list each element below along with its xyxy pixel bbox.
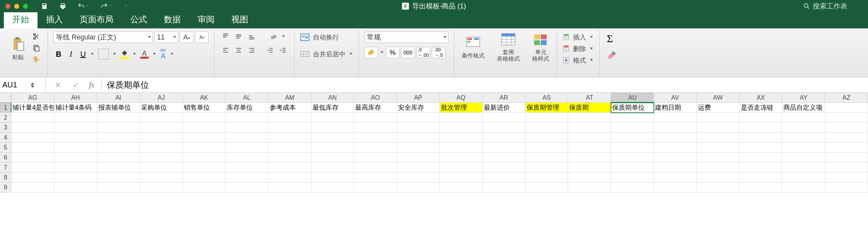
- cell[interactable]: [354, 123, 397, 133]
- cell[interactable]: 销售单位: [183, 103, 226, 113]
- cell[interactable]: [782, 143, 825, 153]
- column-header[interactable]: AU: [611, 93, 654, 103]
- cell[interactable]: [825, 173, 868, 183]
- cell[interactable]: [740, 133, 783, 143]
- cell[interactable]: 采购单位: [140, 103, 183, 113]
- cell[interactable]: [740, 153, 783, 163]
- cell[interactable]: [568, 153, 611, 163]
- cell[interactable]: [654, 163, 697, 173]
- cell[interactable]: [311, 163, 354, 173]
- cell[interactable]: 辅计量4条码: [54, 103, 97, 113]
- cell[interactable]: [397, 123, 440, 133]
- cell[interactable]: [654, 113, 697, 123]
- cell[interactable]: [397, 113, 440, 123]
- cell[interactable]: [54, 143, 97, 153]
- cell[interactable]: [568, 143, 611, 153]
- tab-insert[interactable]: 插入: [38, 12, 71, 28]
- cell[interactable]: [697, 153, 740, 163]
- cell[interactable]: 最低库存: [311, 103, 354, 113]
- cell[interactable]: [269, 113, 311, 123]
- wrap-text-button[interactable]: ab 自动换行: [300, 31, 353, 43]
- cell[interactable]: [311, 133, 354, 143]
- cell[interactable]: 商品自定义项: [782, 103, 825, 113]
- cell[interactable]: [440, 153, 483, 163]
- column-header[interactable]: AT: [568, 93, 611, 103]
- column-header[interactable]: AL: [226, 93, 269, 103]
- cell[interactable]: [697, 113, 740, 123]
- cell[interactable]: [397, 153, 440, 163]
- cut-icon[interactable]: [31, 31, 42, 41]
- cell[interactable]: [354, 153, 397, 163]
- align-middle-icon[interactable]: [233, 31, 244, 41]
- cell[interactable]: [97, 183, 140, 193]
- cell[interactable]: [183, 133, 226, 143]
- tab-data[interactable]: 数据: [156, 12, 189, 28]
- search-input[interactable]: [813, 2, 863, 10]
- cell[interactable]: [54, 183, 97, 193]
- column-header[interactable]: AP: [397, 93, 440, 103]
- row-header[interactable]: 5: [0, 143, 11, 153]
- cell[interactable]: [354, 113, 397, 123]
- cell[interactable]: [397, 163, 440, 173]
- cell[interactable]: [440, 183, 483, 193]
- cell-reference-input[interactable]: [2, 81, 29, 89]
- cell[interactable]: [354, 143, 397, 153]
- cell[interactable]: [825, 133, 868, 143]
- cell[interactable]: [311, 113, 354, 123]
- cell[interactable]: [568, 183, 611, 193]
- cell[interactable]: [311, 153, 354, 163]
- cell[interactable]: [568, 163, 611, 173]
- cell-styles-button[interactable]: 单元 格样式: [530, 31, 551, 63]
- cell[interactable]: [611, 133, 654, 143]
- cell[interactable]: [740, 113, 783, 123]
- cell[interactable]: [269, 143, 311, 153]
- increase-font-icon[interactable]: A▴: [180, 31, 193, 43]
- search-box[interactable]: [803, 2, 863, 10]
- cell[interactable]: [526, 183, 568, 193]
- column-header[interactable]: AY: [782, 93, 825, 103]
- cell[interactable]: [697, 123, 740, 133]
- cell[interactable]: [226, 133, 269, 143]
- cell[interactable]: [140, 163, 183, 173]
- cell[interactable]: [11, 113, 54, 123]
- cell[interactable]: [226, 123, 269, 133]
- cell[interactable]: [825, 113, 868, 123]
- cell[interactable]: [825, 143, 868, 153]
- cell[interactable]: [354, 133, 397, 143]
- save-icon[interactable]: [39, 1, 50, 11]
- cell[interactable]: [140, 173, 183, 183]
- cell[interactable]: [11, 173, 54, 183]
- phonetic-button[interactable]: abcA: [158, 47, 168, 61]
- tab-formula[interactable]: 公式: [122, 12, 156, 28]
- row-header[interactable]: 2: [0, 113, 11, 123]
- cell[interactable]: 库存单位: [226, 103, 269, 113]
- chevron-down-icon[interactable]: [170, 52, 174, 56]
- cell[interactable]: 辅计量4是否包装单位: [11, 103, 54, 113]
- column-header[interactable]: AZ: [825, 93, 868, 103]
- cell[interactable]: [397, 133, 440, 143]
- orientation-icon[interactable]: ab: [268, 31, 280, 41]
- cell[interactable]: [825, 163, 868, 173]
- cell[interactable]: [97, 113, 140, 123]
- cell[interactable]: [140, 183, 183, 193]
- column-header[interactable]: AN: [311, 93, 354, 103]
- cell[interactable]: [183, 163, 226, 173]
- cell[interactable]: [483, 143, 526, 153]
- cell[interactable]: [611, 143, 654, 153]
- column-header[interactable]: AG: [11, 93, 54, 103]
- tab-home[interactable]: 开始: [4, 12, 38, 28]
- cell[interactable]: [526, 123, 568, 133]
- percent-icon[interactable]: %: [386, 47, 400, 58]
- cell[interactable]: [354, 163, 397, 173]
- column-header[interactable]: AW: [697, 93, 740, 103]
- column-header[interactable]: AK: [183, 93, 226, 103]
- cell[interactable]: [483, 113, 526, 123]
- cell[interactable]: [311, 183, 354, 193]
- format-painter-icon[interactable]: [31, 54, 42, 64]
- format-as-table-button[interactable]: 套用 表格格式: [495, 31, 522, 63]
- cell[interactable]: [611, 173, 654, 183]
- tab-view[interactable]: 视图: [223, 12, 257, 28]
- delete-cells-button[interactable]: 删除: [562, 43, 594, 54]
- column-header[interactable]: AR: [483, 93, 526, 103]
- cell[interactable]: [354, 173, 397, 183]
